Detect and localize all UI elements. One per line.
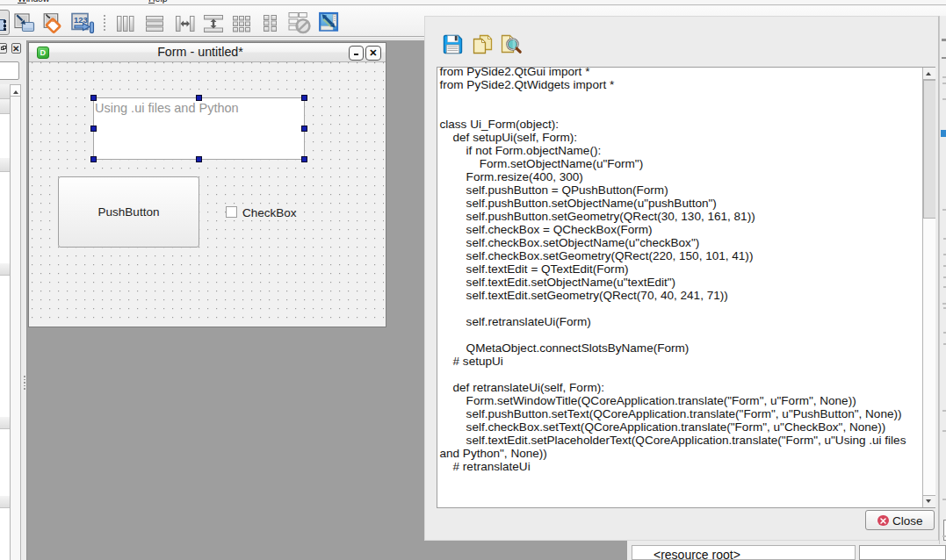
svg-text:123: 123: [74, 14, 88, 24]
